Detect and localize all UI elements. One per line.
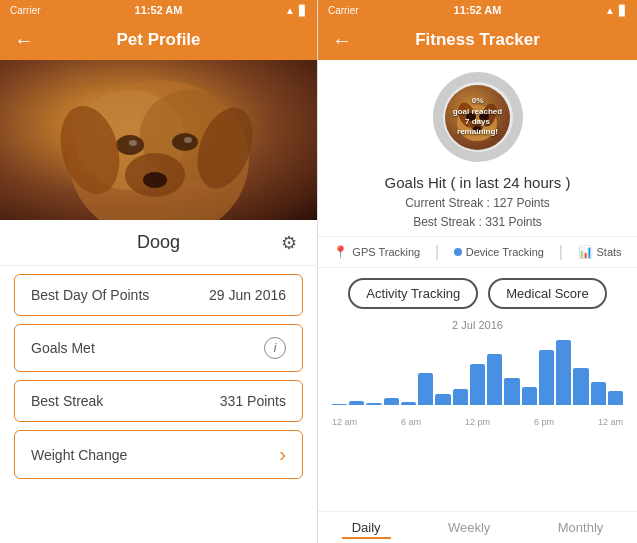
chart-bar — [522, 387, 537, 406]
pet-name: Doog — [137, 232, 180, 253]
chart-bar — [435, 394, 450, 405]
svg-point-4 — [116, 135, 144, 155]
chart-bar — [384, 398, 399, 405]
chart-bars — [328, 335, 627, 405]
svg-point-9 — [129, 140, 137, 146]
stats-tab[interactable]: 📊 Stats — [578, 245, 622, 259]
settings-icon[interactable]: ⚙ — [281, 232, 297, 254]
carrier-right: Carrier — [328, 5, 359, 16]
battery-icon-right: ▊ — [619, 5, 627, 16]
tab-divider-2: | — [559, 243, 563, 261]
stats-tab-label: Stats — [597, 246, 622, 258]
circle-inner — [443, 82, 513, 152]
dog-avatar — [445, 85, 510, 150]
progress-circle: 0% goal reached 7 days remaining! — [433, 72, 523, 162]
device-dot-icon — [454, 248, 462, 256]
svg-point-8 — [143, 172, 167, 188]
goals-title: Goals Hit ( in last 24 hours ) — [318, 174, 637, 191]
avatar-svg — [445, 85, 510, 150]
medical-score-button[interactable]: Medical Score — [488, 278, 606, 309]
chart-date: 2 Jul 2016 — [328, 319, 627, 331]
chart-bar — [349, 401, 364, 406]
xaxis-label: 6 pm — [534, 417, 554, 427]
best-streak-card[interactable]: Best Streak 331 Points — [14, 380, 303, 422]
pet-image — [0, 60, 317, 220]
chart-period-tab-weekly[interactable]: Weekly — [438, 518, 500, 539]
xaxis-label: 6 am — [401, 417, 421, 427]
chart-bar — [539, 350, 554, 406]
status-icons-left: ▲ ▊ — [285, 5, 307, 16]
best-streak-label: Best Streak — [31, 393, 103, 409]
weight-change-card[interactable]: Weight Change › — [14, 430, 303, 479]
weight-change-label: Weight Change — [31, 447, 127, 463]
pet-info-row: Doog ⚙ — [0, 220, 317, 266]
activity-buttons: Activity Tracking Medical Score — [318, 268, 637, 315]
device-tracking-tab[interactable]: Device Tracking — [454, 246, 544, 258]
chart-bar — [556, 340, 571, 405]
chart-bar — [418, 373, 433, 406]
chart-bottom-tabs: DailyWeeklyMonthly — [318, 511, 637, 543]
info-icon: i — [264, 337, 286, 359]
chart-bar — [608, 391, 623, 405]
chart-bar — [591, 382, 606, 405]
left-page-title: Pet Profile — [116, 30, 200, 50]
goals-met-label: Goals Met — [31, 340, 95, 356]
tracking-tabs: 📍 GPS Tracking | Device Tracking | 📊 Sta… — [318, 236, 637, 268]
chevron-right-icon: › — [279, 443, 286, 466]
device-tab-label: Device Tracking — [466, 246, 544, 258]
battery-icon: ▊ — [299, 5, 307, 16]
gps-pin-icon: 📍 — [333, 245, 348, 259]
best-streak-value: 331 Points — [220, 393, 286, 409]
xaxis-label: 12 am — [598, 417, 623, 427]
chart-canvas — [328, 335, 627, 415]
gps-tab-label: GPS Tracking — [352, 246, 420, 258]
back-button-right[interactable]: ← — [332, 29, 352, 52]
left-phone: Carrier 11:52 AM ▲ ▊ ← Pet Profile — [0, 0, 318, 543]
back-button-left[interactable]: ← — [14, 29, 34, 52]
goals-met-card[interactable]: Goals Met i — [14, 324, 303, 372]
right-page-title: Fitness Tracker — [415, 30, 540, 50]
xaxis-label: 12 am — [332, 417, 357, 427]
chart-bar — [573, 368, 588, 405]
chart-bar — [401, 402, 416, 406]
svg-point-5 — [172, 133, 198, 151]
best-streak-right: Best Streak : 331 Points — [318, 213, 637, 232]
chart-bar — [332, 404, 347, 406]
wifi-icon: ▲ — [285, 5, 295, 16]
right-status-bar: Carrier 11:52 AM ▲ ▊ — [318, 0, 637, 20]
stats-bar-icon: 📊 — [578, 245, 593, 259]
chart-area: 2 Jul 2016 12 am6 am12 pm6 pm12 am — [318, 315, 637, 511]
right-phone: Carrier 11:52 AM ▲ ▊ ← Fitness Tracker — [318, 0, 637, 543]
status-icons-right: ▲ ▊ — [605, 5, 627, 16]
svg-point-10 — [184, 137, 192, 143]
current-streak: Current Streak : 127 Points — [318, 194, 637, 213]
chart-bar — [487, 354, 502, 405]
best-day-value: 29 Jun 2016 — [209, 287, 286, 303]
svg-point-17 — [473, 126, 481, 132]
chart-period-tab-daily[interactable]: Daily — [342, 518, 391, 539]
left-nav-bar: ← Pet Profile — [0, 20, 317, 60]
wifi-icon-right: ▲ — [605, 5, 615, 16]
gps-tracking-tab[interactable]: 📍 GPS Tracking — [333, 245, 420, 259]
activity-tracking-button[interactable]: Activity Tracking — [348, 278, 478, 309]
best-day-label: Best Day Of Points — [31, 287, 149, 303]
time-left: 11:52 AM — [135, 4, 183, 16]
time-right: 11:52 AM — [454, 4, 502, 16]
svg-point-14 — [466, 113, 476, 121]
right-nav-bar: ← Fitness Tracker — [318, 20, 637, 60]
chart-period-tab-monthly[interactable]: Monthly — [548, 518, 614, 539]
goals-section: Goals Hit ( in last 24 hours ) Current S… — [318, 168, 637, 236]
circle-section: 0% goal reached 7 days remaining! — [318, 60, 637, 168]
chart-bar — [366, 403, 381, 406]
best-day-card[interactable]: Best Day Of Points 29 Jun 2016 — [14, 274, 303, 316]
chart-xaxis: 12 am6 am12 pm6 pm12 am — [328, 415, 627, 427]
svg-point-15 — [479, 113, 489, 121]
xaxis-label: 12 pm — [465, 417, 490, 427]
tab-divider-1: | — [435, 243, 439, 261]
carrier-left: Carrier — [10, 5, 41, 16]
left-status-bar: Carrier 11:52 AM ▲ ▊ — [0, 0, 317, 20]
chart-bar — [470, 364, 485, 406]
chart-bar — [453, 389, 468, 406]
chart-bar — [504, 378, 519, 406]
dog-face-svg — [0, 60, 317, 220]
